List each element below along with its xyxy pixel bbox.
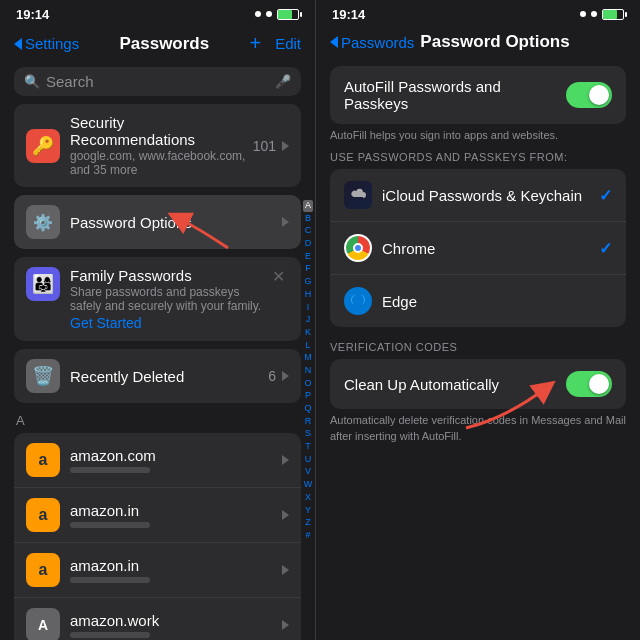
password-item-content: amazon.in xyxy=(70,502,282,528)
autofill-section: AutoFill Passwords and Passkeys xyxy=(330,66,626,124)
status-time-left: 19:14 xyxy=(16,7,49,22)
signal-icon-r xyxy=(580,11,586,17)
password-item-title: amazon.in xyxy=(70,557,282,574)
battery-icon xyxy=(277,9,299,20)
password-options-content: Password Options xyxy=(70,214,282,231)
alpha-hash[interactable]: # xyxy=(303,530,313,542)
toggle-knob xyxy=(589,85,609,105)
alpha-t[interactable]: T xyxy=(303,441,313,453)
alpha-v[interactable]: V xyxy=(303,466,313,478)
nav-bar-right: Passwords Password Options xyxy=(316,28,640,60)
alpha-f[interactable]: F xyxy=(303,263,313,275)
source-edge-row[interactable]: Edge xyxy=(330,275,626,327)
alpha-k[interactable]: K xyxy=(303,327,313,339)
alpha-x[interactable]: X xyxy=(303,492,313,504)
search-icon: 🔍 xyxy=(24,74,40,89)
alpha-z[interactable]: Z xyxy=(303,517,313,529)
amazon-icon: a xyxy=(26,553,60,587)
back-button[interactable]: Settings xyxy=(14,35,79,52)
cleanup-section: Clean Up Automatically xyxy=(330,359,626,409)
alpha-d[interactable]: D xyxy=(303,238,313,250)
page-title-left: Passwords xyxy=(119,34,209,54)
back-label-right: Passwords xyxy=(341,34,414,51)
search-bar[interactable]: 🔍 Search 🎤 xyxy=(14,67,301,96)
password-item-bar xyxy=(70,577,150,583)
battery-icon-r xyxy=(602,9,624,20)
password-item-content: amazon.work xyxy=(70,612,282,638)
back-label: Settings xyxy=(25,35,79,52)
list-item[interactable]: a amazon.com xyxy=(14,433,301,488)
back-button-right[interactable]: Passwords xyxy=(330,34,414,51)
family-icon: 👨‍👩‍👧 xyxy=(26,267,60,301)
password-item-bar xyxy=(70,632,150,638)
alpha-b[interactable]: B xyxy=(303,213,313,225)
get-started-link[interactable]: Get Started xyxy=(70,315,272,331)
autofill-toggle[interactable] xyxy=(566,82,612,108)
alpha-u[interactable]: U xyxy=(303,454,313,466)
alpha-h[interactable]: H xyxy=(303,289,313,301)
amazon-icon: a xyxy=(26,443,60,477)
status-bar-left: 19:14 xyxy=(0,0,315,28)
signal-icon xyxy=(255,11,261,17)
alpha-o[interactable]: O xyxy=(303,378,313,390)
status-icons-right xyxy=(580,9,624,20)
chevron-right-icon xyxy=(282,565,289,575)
close-icon[interactable]: ✕ xyxy=(272,267,285,286)
family-subtitle: Share passwords and passkeys safely and … xyxy=(70,285,272,313)
security-content: Security Recommendations google.com, www… xyxy=(70,114,253,177)
alpha-p[interactable]: P xyxy=(303,390,313,402)
autofill-label: AutoFill Passwords and Passkeys xyxy=(344,78,566,112)
alpha-s[interactable]: S xyxy=(303,428,313,440)
chevron-right-icon xyxy=(282,371,289,381)
password-item-title: amazon.work xyxy=(70,612,282,629)
status-time-right: 19:14 xyxy=(332,7,365,22)
list-item[interactable]: a amazon.in xyxy=(14,543,301,598)
chrome-icon xyxy=(344,234,372,262)
icloud-checkmark: ✓ xyxy=(599,186,612,205)
alpha-a[interactable]: A xyxy=(303,200,313,212)
icloud-label: iCloud Passwords & Keychain xyxy=(382,187,599,204)
password-item-title: amazon.in xyxy=(70,502,282,519)
sources-header: USE PASSWORDS AND PASSKEYS FROM: xyxy=(330,151,626,163)
alpha-j[interactable]: J xyxy=(303,314,313,326)
family-passwords-item[interactable]: 👨‍👩‍👧 Family Passwords Share passwords a… xyxy=(14,257,301,341)
alpha-e[interactable]: E xyxy=(303,251,313,263)
add-button[interactable]: + xyxy=(249,32,261,55)
password-item-bar xyxy=(70,467,150,473)
cleanup-row[interactable]: Clean Up Automatically xyxy=(330,359,626,409)
search-input[interactable]: Search xyxy=(46,73,269,90)
alpha-l[interactable]: L xyxy=(303,340,313,352)
recently-deleted-section: 🗑️ Recently Deleted 6 xyxy=(14,349,301,403)
section-label-a: A xyxy=(14,409,25,432)
source-icloud-row[interactable]: iCloud Passwords & Keychain ✓ xyxy=(330,169,626,222)
list-item[interactable]: A amazon.work xyxy=(14,598,301,640)
alpha-g[interactable]: G xyxy=(303,276,313,288)
alpha-n[interactable]: N xyxy=(303,365,313,377)
edge-icon xyxy=(344,287,372,315)
edit-button[interactable]: Edit xyxy=(275,35,301,52)
chevron-right-icon xyxy=(282,455,289,465)
verification-header: VERIFICATION CODES xyxy=(330,341,626,353)
alpha-c[interactable]: C xyxy=(303,225,313,237)
source-chrome-row[interactable]: Chrome ✓ xyxy=(330,222,626,275)
chrome-checkmark: ✓ xyxy=(599,239,612,258)
edge-label: Edge xyxy=(382,293,612,310)
cleanup-toggle[interactable] xyxy=(566,371,612,397)
recently-deleted-item[interactable]: 🗑️ Recently Deleted 6 xyxy=(14,349,301,403)
security-section: 🔑 Security Recommendations google.com, w… xyxy=(14,104,301,187)
list-item[interactable]: a amazon.in xyxy=(14,488,301,543)
password-options-item[interactable]: ⚙️ Password Options xyxy=(14,195,301,249)
alpha-r[interactable]: R xyxy=(303,416,313,428)
alpha-w[interactable]: W xyxy=(303,479,313,491)
alpha-q[interactable]: Q xyxy=(303,403,313,415)
status-bar-right: 19:14 xyxy=(316,0,640,28)
autofill-row[interactable]: AutoFill Passwords and Passkeys xyxy=(330,66,626,124)
alpha-y[interactable]: Y xyxy=(303,505,313,517)
alpha-i[interactable]: I xyxy=(303,302,313,314)
recently-deleted-content: Recently Deleted xyxy=(70,368,268,385)
family-content: Family Passwords Share passwords and pas… xyxy=(70,267,272,331)
sources-section: iCloud Passwords & Keychain ✓ Chrome ✓ E… xyxy=(330,169,626,327)
security-recommendations-item[interactable]: 🔑 Security Recommendations google.com, w… xyxy=(14,104,301,187)
alpha-m[interactable]: M xyxy=(303,352,313,364)
nav-bar-left: Settings Passwords + Edit xyxy=(0,28,315,63)
